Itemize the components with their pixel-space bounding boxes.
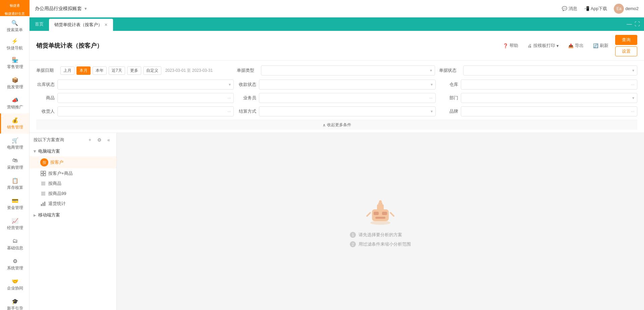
sidebar-item-ecommerce[interactable]: 🛒 电商管理 <box>0 134 29 154</box>
sidebar-search[interactable]: 🔍 搜索菜单 <box>0 16 29 35</box>
topbar-right: 💬 消息 📲 App下载 Ea demo2 <box>562 4 639 14</box>
sidebar-item-basic[interactable]: 🗂 基础信息 <box>0 234 29 254</box>
out-status-dropdown-icon: ▾ <box>229 82 231 87</box>
retail-label: 零售管理 <box>7 64 23 70</box>
tab-close-btn[interactable]: ✕ <box>104 22 108 27</box>
scheme-group-desktop-label: 电脑端方案 <box>38 148 60 154</box>
scheme-item-by-customer-goods-label: 按客户+商品 <box>48 170 73 176</box>
wholesale-icon: 📦 <box>12 76 18 83</box>
svg-rect-12 <box>41 204 42 206</box>
consignee-control[interactable]: ··· <box>57 106 234 116</box>
tabbar-actions: — ⛶ <box>627 21 644 27</box>
brand-dots-icon: ··· <box>631 109 634 114</box>
tab-sales-stats[interactable]: 销货单统计表（按客户） ✕ <box>49 19 113 31</box>
sidebar-item-wholesale[interactable]: 📦 批发管理 <box>0 73 29 93</box>
sidebar-item-retail[interactable]: 🏪 零售管理 <box>0 53 29 73</box>
filter-item-settlement: 结算方式 ▾ <box>238 106 435 116</box>
scheme-item-by-goods-icon <box>40 180 46 187</box>
scheme-settings-btn[interactable]: ⚙ <box>96 136 103 144</box>
sidebar-item-inventory[interactable]: 📋 库存核算 <box>0 174 29 194</box>
date-btn-last-month[interactable]: 上月 <box>60 66 74 75</box>
query-btn[interactable]: 查询 <box>615 35 637 45</box>
scheme-item-return-stats-icon <box>40 201 46 207</box>
settlement-control[interactable]: ▾ <box>259 106 435 116</box>
scheme-item-by-customer-goods[interactable]: 按客户+商品 <box>30 168 116 178</box>
export-btn[interactable]: 📤 导出 <box>566 41 586 50</box>
page-title: 销货单统计表（按客户） <box>36 42 103 50</box>
refresh-btn[interactable]: 🔄 刷新 <box>590 41 611 50</box>
sidebar-item-sales[interactable]: 💰 销售管理 <box>0 113 29 134</box>
scheme-add-btn[interactable]: ＋ <box>86 136 94 144</box>
scheme-item-by-goods99[interactable]: 按商品99 <box>30 189 116 199</box>
user-profile-btn[interactable]: Ea demo2 <box>614 4 639 14</box>
search-icon: 🔍 <box>11 19 18 26</box>
help-label: 帮助 <box>509 43 518 49</box>
sidebar-item-guide[interactable]: 🎓 新手引导 <box>0 295 29 310</box>
salesperson-control[interactable]: ··· <box>259 93 435 103</box>
doc-status-control[interactable]: ▾ <box>463 65 637 75</box>
svg-rect-20 <box>377 204 384 210</box>
tab-home[interactable]: 首页 <box>30 17 49 31</box>
scheme-item-by-goods99-icon <box>40 191 46 197</box>
sidebar-item-finance[interactable]: 💳 资金管理 <box>0 194 29 214</box>
out-status-control[interactable]: ▾ <box>57 80 234 90</box>
warehouse-control[interactable]: ··· <box>461 80 637 90</box>
topbar-dropdown-icon[interactable]: ▾ <box>85 6 87 11</box>
department-control[interactable]: ▾ <box>461 93 637 103</box>
empty-hint-2: 用过滤条件来缩小分析范围 <box>359 241 411 247</box>
help-btn[interactable]: ❓ 帮助 <box>500 41 521 50</box>
svg-rect-16 <box>372 209 389 221</box>
ecommerce-icon: 🛒 <box>12 137 18 144</box>
svg-rect-19 <box>375 217 385 219</box>
goods-control[interactable]: ··· <box>57 93 234 103</box>
date-btn-this-year[interactable]: 本年 <box>93 66 107 75</box>
purchase-icon: 🛍 <box>12 157 18 164</box>
scheme-group-desktop-header[interactable]: ▶ 电脑端方案 <box>30 146 116 156</box>
sidebar-item-operations[interactable]: 📈 经营管理 <box>0 214 29 234</box>
settings-btn[interactable]: 设置 <box>615 46 637 56</box>
sidebar-item-system[interactable]: ⚙ 系统管理 <box>0 254 29 274</box>
page-actions: ❓ 帮助 🖨 按模板打印 ▾ 📤 导出 🔄 刷新 查询 <box>500 35 637 56</box>
topbar-left: 办公用品行业模拟账套 ▾ <box>35 6 87 12</box>
inventory-label: 库存核算 <box>7 185 23 191</box>
receipt-status-control[interactable]: ▾ <box>259 80 435 90</box>
scheme-group-mobile-header[interactable]: ▶ 移动端方案 <box>30 210 116 220</box>
scheme-item-by-customer[interactable]: 按 按客户 <box>30 156 116 168</box>
svg-rect-5 <box>44 174 46 176</box>
date-btn-7days[interactable]: 近7天 <box>109 66 125 75</box>
date-btn-custom[interactable]: 自定义 <box>143 66 161 75</box>
sidebar: 畅捷通 畅捷通好生意 🔍 搜索菜单 ⚡ 快捷导航 🏪 零售管理 📦 批发管理 📣… <box>0 0 30 310</box>
print-label: 按模板打印 <box>533 43 555 49</box>
scheme-collapse-btn[interactable]: « <box>105 136 112 144</box>
sidebar-item-purchase[interactable]: 🛍 采购管理 <box>0 154 29 174</box>
sales-icon: 💰 <box>12 117 18 123</box>
empty-hint-1: 请先选择要分析的方案 <box>359 232 402 238</box>
brand-control[interactable]: ··· <box>461 106 637 116</box>
sidebar-item-marketing[interactable]: 📣 营销推广 <box>0 93 29 113</box>
refresh-icon: 🔄 <box>593 43 598 48</box>
filter-item-salesperson: 业务员 ··· <box>238 93 435 103</box>
ecommerce-label: 电商管理 <box>7 145 23 150</box>
salesperson-dots-icon: ··· <box>429 96 433 100</box>
enterprise-label: 企业协同 <box>7 286 23 291</box>
sidebar-quick-nav[interactable]: ⚡ 快捷导航 <box>0 35 29 53</box>
date-btn-this-month[interactable]: 本月 <box>76 66 91 75</box>
finance-icon: 💳 <box>12 197 18 204</box>
message-icon: 💬 <box>562 6 567 11</box>
sidebar-logo[interactable]: 畅捷通 畅捷通好生意 <box>0 0 30 16</box>
date-btn-more[interactable]: 更多 <box>127 66 141 75</box>
maximize-btn[interactable]: ⛶ <box>635 21 640 27</box>
doc-type-control[interactable]: ▾ <box>261 65 435 75</box>
sales-label: 销售管理 <box>7 124 23 130</box>
scheme-item-return-stats[interactable]: 退货统计 <box>30 199 116 209</box>
collapse-bar[interactable]: ∧ 收起更多条件 <box>36 120 637 130</box>
app-download-btn[interactable]: 📲 App下载 <box>584 6 607 12</box>
brand-label: 品牌 <box>440 108 458 114</box>
minimize-btn[interactable]: — <box>627 21 632 27</box>
message-btn[interactable]: 💬 消息 <box>562 6 577 12</box>
sidebar-item-enterprise[interactable]: 🤝 企业协同 <box>0 274 29 295</box>
print-btn[interactable]: 🖨 按模板打印 ▾ <box>525 41 561 50</box>
filter-item-consignee: 收货人 ··· <box>36 106 234 116</box>
operations-icon: 📈 <box>12 217 18 224</box>
scheme-item-by-goods[interactable]: 按商品 <box>30 178 116 189</box>
